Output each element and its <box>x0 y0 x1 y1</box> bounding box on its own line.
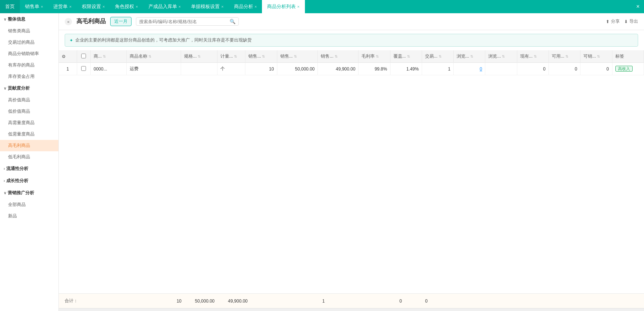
nav-close-purchase[interactable]: × <box>69 4 71 9</box>
sidebar-item-traded-goods[interactable]: 交易过的商品 <box>0 37 58 48</box>
col-name-header[interactable]: 商品名称⇅ <box>127 50 181 63</box>
nav-close-sales[interactable]: × <box>41 4 43 9</box>
footer-stock1: 0 <box>379 299 405 304</box>
sidebar-item-low-value[interactable]: 低价值商品 <box>0 106 58 117</box>
col-settings[interactable]: ⚙ <box>59 50 77 63</box>
table-row: 1 0000... 运费 个 10 50,000.00 49,900.00 99… <box>59 63 644 75</box>
col-browse2-header[interactable]: 浏览...⇅ <box>485 50 517 63</box>
col-browse1-header[interactable]: 浏览...⇅ <box>454 50 485 63</box>
share-icon: ⬆ <box>606 19 609 24</box>
sidebar-item-stocked-goods[interactable]: 有库存的商品 <box>0 59 58 71</box>
sidebar-item-new-goods[interactable]: 新品 <box>0 210 58 222</box>
row-sales-amt: 50,000.00 <box>277 63 318 75</box>
nav-close-template[interactable]: × <box>221 4 223 9</box>
footer-sales-qty: 10 <box>159 299 184 304</box>
select-all-checkbox[interactable] <box>81 54 86 58</box>
col-stock2-header[interactable]: 可用...⇅ <box>549 50 580 63</box>
col-tag-header[interactable]: 标签 <box>612 50 644 63</box>
arrow-icon-2: ∨ <box>4 86 6 90</box>
arrow-icon-3: › <box>4 167 5 171</box>
content-area: « 高毛利商品 近一月 🔍 ⬆ 分享 ⬇ 导出 ✦ 企业的主要的利润都是这部 <box>59 13 644 311</box>
row-coverage: 1.49% <box>390 63 422 75</box>
col-coverage-header[interactable]: 覆盖...⇅ <box>390 50 422 63</box>
footer-cells: 10 50,000.00 49,900.00 1 0 0 <box>100 299 638 304</box>
col-stock3-header[interactable]: 可销...⇅ <box>580 50 612 63</box>
footer-label: 合计： <box>65 298 78 304</box>
col-trade-header[interactable]: 交易...⇅ <box>422 50 453 63</box>
nav-close-role[interactable]: × <box>136 4 138 9</box>
col-stock1-header[interactable]: 现有...⇅ <box>517 50 548 63</box>
nav-product-storage[interactable]: 产成品入库单 × <box>143 0 186 13</box>
footer-spacer4 <box>328 299 353 304</box>
nav-product-analysis-list[interactable]: 商品分析列表 × <box>262 0 305 13</box>
horizontal-scrollbar[interactable] <box>59 308 644 311</box>
col-code-header[interactable]: 商...⇅ <box>90 50 127 63</box>
sidebar-item-low-margin[interactable]: 低毛利商品 <box>0 151 58 163</box>
sidebar-item-low-demand[interactable]: 低需量度商品 <box>0 129 58 140</box>
table-container: ⚙ 商...⇅ 商品名称⇅ 规格...⇅ <box>59 50 644 293</box>
export-button[interactable]: ⬇ 导出 <box>624 18 638 25</box>
row-spec <box>181 63 217 75</box>
footer-spacer5 <box>353 299 379 304</box>
col-gross-rate-header[interactable]: 毛利率⇅ <box>359 50 390 63</box>
nav-purchase[interactable]: 进货单 × <box>48 0 76 13</box>
row-checkbox[interactable] <box>81 66 86 71</box>
info-banner: ✦ 企业的主要的利润都是这部分商品创造的，可考虑加大推广，同时关注库存是不要出现… <box>65 34 638 47</box>
row-tag: 高收入 <box>612 63 644 75</box>
col-sales-qty-header[interactable]: 销售...⇅ <box>245 50 277 63</box>
col-spec-header[interactable]: 规格...⇅ <box>181 50 217 63</box>
search-box: 🔍 <box>136 17 239 26</box>
sidebar-item-all-goods[interactable]: 全部商品 <box>0 199 58 210</box>
share-button[interactable]: ⬆ 分享 <box>606 18 620 25</box>
row-code: 0000... <box>90 63 127 75</box>
row-unit: 个 <box>217 63 245 75</box>
sidebar-group-overall[interactable]: ∨ 整体信息 <box>0 13 58 25</box>
sidebar-group-liquidity[interactable]: › 流通性分析 <box>0 163 58 175</box>
col-unit-header[interactable]: 计量...⇅ <box>217 50 245 63</box>
nav-role[interactable]: 角色授权 × <box>110 0 143 13</box>
close-all-button[interactable]: × <box>632 0 644 13</box>
sidebar-item-stock-capital[interactable]: 库存资金占用 <box>0 71 58 82</box>
search-input[interactable] <box>139 19 230 24</box>
sidebar-group-marketing[interactable]: ∨ 营销推广分析 <box>0 187 58 199</box>
sidebar-item-high-margin[interactable]: 高毛利商品 <box>0 140 58 151</box>
nav-permission[interactable]: 权限设置 × <box>77 0 110 13</box>
content-header: « 高毛利商品 近一月 🔍 ⬆ 分享 ⬇ 导出 <box>59 13 644 30</box>
nav-close-permission[interactable]: × <box>102 4 105 9</box>
footer-spacer <box>100 299 159 304</box>
info-icon: ✦ <box>69 38 73 43</box>
row-name: 运费 <box>127 63 181 75</box>
nav-template[interactable]: 单据模板设置 × <box>186 0 229 13</box>
search-icon[interactable]: 🔍 <box>230 19 235 24</box>
row-checkbox-cell[interactable] <box>77 63 90 75</box>
nav-close-analysis-list[interactable]: × <box>297 4 299 9</box>
data-table: ⚙ 商...⇅ 商品名称⇅ 规格...⇅ <box>59 50 644 75</box>
row-browse1[interactable]: 0 <box>454 63 485 75</box>
arrow-icon: ∨ <box>4 17 6 21</box>
nav-sales-order[interactable]: 销售单 × <box>20 0 48 13</box>
header-actions: ⬆ 分享 ⬇ 导出 <box>606 18 638 25</box>
row-num: 1 <box>59 63 77 75</box>
col-checkbox[interactable] <box>77 50 90 63</box>
export-icon: ⬇ <box>624 19 628 24</box>
col-sales-amt-header[interactable]: 销售...⇅ <box>277 50 318 63</box>
nav-close-analysis[interactable]: × <box>255 4 257 9</box>
sidebar-group-contribution[interactable]: ∨ 贡献度分析 <box>0 82 58 94</box>
row-stock1: 0 <box>517 63 548 75</box>
sidebar-item-high-demand[interactable]: 高需量度商品 <box>0 117 58 129</box>
row-stock3: 0 <box>580 63 612 75</box>
nav-product-analysis[interactable]: 商品分析 × <box>229 0 262 13</box>
sidebar-group-growth[interactable]: › 成长性分析 <box>0 175 58 187</box>
col-sales-cost-header[interactable]: 销售...⇅ <box>318 50 359 63</box>
sidebar-item-distribution-rate[interactable]: 商品分销助销率 <box>0 48 58 59</box>
sidebar: ∨ 整体信息 销售类商品 交易过的商品 商品分销助销率 有库存的商品 库存资金占… <box>0 13 59 311</box>
sidebar-item-sales-goods[interactable]: 销售类商品 <box>0 25 58 37</box>
nav-home[interactable]: 首页 <box>0 0 20 13</box>
table-header-row: ⚙ 商...⇅ 商品名称⇅ 规格...⇅ <box>59 50 644 63</box>
arrow-icon-5: ∨ <box>4 191 6 195</box>
nav-close-product[interactable]: × <box>179 4 181 9</box>
sidebar-collapse-button[interactable]: « <box>65 18 72 25</box>
sidebar-item-high-value[interactable]: 高价值商品 <box>0 94 58 106</box>
filter-month-button[interactable]: 近一月 <box>110 17 132 26</box>
footer-spacer3 <box>276 299 302 304</box>
